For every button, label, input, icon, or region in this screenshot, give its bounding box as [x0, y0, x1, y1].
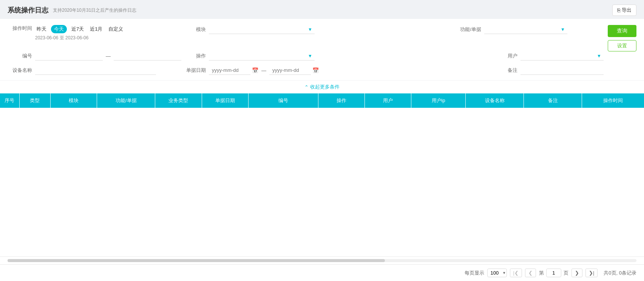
page-suffix: 页	[564, 270, 568, 276]
col-header-type: 类型	[19, 93, 50, 108]
last-page-button[interactable]: ❯|	[585, 269, 598, 277]
table-header-row: 序号 类型 模块 功能/单据 业务类型 单据日期 编号 操作 用户 用户ip 设…	[0, 93, 644, 108]
module-select-wrapper: ▼	[209, 25, 315, 34]
date-input-start[interactable]	[209, 66, 250, 75]
action-buttons: 查询 设置	[608, 25, 636, 51]
op-filter-col: 操作 ▼	[181, 51, 493, 61]
user-filter-col: 用户 ▼	[493, 51, 636, 61]
func-select-wrapper: ▼	[484, 25, 567, 34]
num-input-start[interactable]	[35, 51, 103, 61]
col-header-func: 功能/单据	[97, 93, 155, 108]
time-label: 操作时间	[8, 25, 32, 32]
export-button[interactable]: ⎘ 导出	[612, 5, 636, 16]
time-btn-1month[interactable]: 近1月	[88, 25, 104, 33]
op-select[interactable]	[209, 51, 315, 61]
user-select[interactable]	[520, 51, 604, 61]
time-section: 昨天 今天 近7天 近1月 自定义 2023-06-06 至 2023-06-0…	[35, 25, 125, 41]
time-buttons: 昨天 今天 近7天 近1月 自定义	[35, 25, 125, 33]
remark-label: 备注	[493, 67, 517, 74]
collapse-chevron-icon: ⌃	[304, 84, 309, 90]
func-filter-col: 功能/单据 ▼	[457, 25, 600, 34]
num-filter-col: 编号 —	[8, 51, 181, 61]
first-page-button[interactable]: |❮	[510, 269, 522, 277]
num-label: 编号	[8, 53, 32, 59]
filter-row-3: 设备名称 单据日期 📅 — 📅 备注	[0, 66, 644, 80]
device-filter-col: 设备名称	[8, 66, 181, 75]
user-select-wrapper: ▼	[520, 51, 604, 61]
module-select[interactable]	[209, 25, 315, 34]
user-label: 用户	[493, 53, 517, 59]
time-btn-yesterday[interactable]: 昨天	[35, 25, 48, 33]
col-header-doc-date: 单据日期	[202, 93, 248, 108]
module-filter-col: 模块 ▼	[181, 25, 457, 34]
page-input[interactable]	[546, 269, 561, 277]
device-label: 设备名称	[8, 67, 32, 74]
num-dash: —	[106, 53, 111, 59]
page-info: 第 页	[539, 269, 568, 277]
col-header-user: 用户	[364, 93, 411, 108]
module-label: 模块	[181, 26, 206, 33]
empty-area	[0, 108, 644, 240]
scrollbar-area	[0, 256, 644, 264]
func-label: 功能/单据	[457, 26, 481, 33]
calendar-end-icon[interactable]: 📅	[312, 67, 319, 73]
table-wrapper: 序号 类型 模块 功能/单据 业务类型 单据日期 编号 操作 用户 用户ip 设…	[0, 93, 644, 256]
total-info: 共0页, 0条记录	[604, 270, 636, 276]
table-header: 序号 类型 模块 功能/单据 业务类型 单据日期 编号 操作 用户 用户ip 设…	[0, 93, 644, 108]
time-btn-custom[interactable]: 自定义	[107, 25, 125, 33]
func-select[interactable]	[484, 25, 567, 34]
per-page-select-wrapper: 20 50 100 200 ▾	[487, 269, 507, 277]
page-container: 系统操作日志 支持2020年10月31日之后产生的操作日志 ⎘ 导出 操作时间 …	[0, 0, 644, 281]
calendar-start-icon[interactable]: 📅	[252, 67, 258, 73]
page-label: 第	[539, 270, 544, 276]
data-table: 序号 类型 模块 功能/单据 业务类型 单据日期 编号 操作 用户 用户ip 设…	[0, 93, 644, 108]
op-select-wrapper: ▼	[209, 51, 315, 61]
col-header-remark: 备注	[524, 93, 582, 108]
col-header-user-ip: 用户ip	[411, 93, 466, 108]
date-dash: —	[261, 68, 266, 73]
scrollbar-track	[8, 259, 636, 262]
filter-row-1: 操作时间 昨天 今天 近7天 近1月 自定义 2023-06-06 至 2023…	[0, 19, 644, 51]
time-btn-today[interactable]: 今天	[51, 25, 67, 33]
remark-input[interactable]	[520, 66, 604, 75]
date-filter-col: 单据日期 📅 — 📅	[181, 66, 493, 75]
time-btn-7days[interactable]: 近7天	[70, 25, 85, 33]
remark-filter-col: 备注	[493, 66, 636, 75]
page-title: 系统操作日志	[8, 6, 48, 15]
pagination: 每页显示 20 50 100 200 ▾ |❮ ❮ 第 页 ❯ ❯| 共0页, …	[0, 264, 644, 281]
next-page-button[interactable]: ❯	[571, 269, 582, 277]
prev-page-button[interactable]: ❮	[525, 269, 536, 277]
filter-area: 操作时间 昨天 今天 近7天 近1月 自定义 2023-06-06 至 2023…	[0, 19, 644, 93]
filter-row-2: 编号 — 操作 ▼ 用户	[0, 51, 644, 66]
num-input-end[interactable]	[114, 51, 181, 61]
settings-button[interactable]: 设置	[608, 40, 636, 51]
col-header-num: 编号	[248, 93, 318, 108]
device-input[interactable]	[35, 66, 156, 75]
page-header: 系统操作日志 支持2020年10月31日之后产生的操作日志 ⎘ 导出	[0, 0, 644, 19]
col-header-index: 序号	[0, 93, 19, 108]
collapse-button[interactable]: ⌃ 收起更多条件	[304, 84, 340, 90]
per-page-label: 每页显示	[465, 270, 484, 276]
date-input-end[interactable]	[269, 66, 311, 75]
date-label: 单据日期	[181, 67, 206, 74]
page-subtitle: 支持2020年10月31日之后产生的操作日志	[53, 7, 136, 14]
scrollbar-thumb[interactable]	[8, 259, 385, 262]
collapse-bar: ⌃ 收起更多条件	[0, 80, 644, 93]
time-filter-col: 操作时间 昨天 今天 近7天 近1月 自定义 2023-06-06 至 2023…	[8, 25, 181, 41]
col-header-device: 设备名称	[465, 93, 524, 108]
export-icon: ⎘	[617, 7, 620, 13]
col-header-module: 模块	[51, 93, 97, 108]
op-label: 操作	[181, 53, 206, 59]
col-header-biz-type: 业务类型	[155, 93, 202, 108]
query-button[interactable]: 查询	[608, 25, 636, 37]
per-page-select[interactable]: 20 50 100 200	[487, 269, 507, 277]
col-header-op: 操作	[318, 93, 364, 108]
col-header-op-time: 操作时间	[582, 93, 644, 108]
time-range-display: 2023-06-06 至 2023-06-06	[35, 35, 125, 41]
